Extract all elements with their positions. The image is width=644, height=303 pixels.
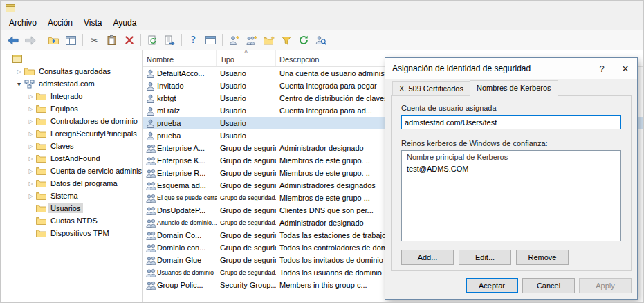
tree-item-label: Integrado [48, 91, 85, 101]
tree-item-claves[interactable]: ▷Claves [1, 140, 142, 152]
tree-item-sistema[interactable]: ▷Sistema [1, 190, 142, 202]
help-button[interactable]: ? [185, 32, 202, 48]
tree-item-controladores-de-dominio[interactable]: ▷Controladores de dominio [1, 115, 142, 127]
console-tree-icon [66, 36, 76, 45]
tree-collapsed-chevron-icon[interactable]: ▷ [26, 118, 36, 125]
new-ou-button[interactable] [260, 32, 277, 48]
group-icon [146, 181, 157, 190]
menu-ayuda[interactable]: Ayuda [108, 17, 142, 30]
dialog-close-icon[interactable]: ✕ [614, 60, 637, 77]
tree-collapsed-chevron-icon[interactable]: ▷ [26, 143, 36, 149]
refresh-button[interactable] [144, 32, 161, 48]
assigned-account-input[interactable] [401, 115, 621, 129]
toolbar: ✂? [1, 30, 643, 50]
aceptar-button[interactable]: Aceptar [466, 278, 518, 293]
tree-collapsed-chevron-icon[interactable]: ▷ [26, 131, 36, 137]
kerberos-realms-listbox[interactable]: Nombre principal de Kerberos test@ADMS.C… [401, 150, 621, 241]
new-group-button[interactable] [243, 32, 260, 48]
cancel-button[interactable]: Cancel [522, 278, 575, 293]
back-button[interactable] [4, 32, 21, 48]
tree-item-foreignsecurityprincipals[interactable]: ▷ForeignSecurityPrincipals [1, 127, 142, 140]
cut-button[interactable]: ✂ [86, 32, 103, 48]
toolbar-separator [181, 34, 182, 46]
tree-item-consultas-guardadas[interactable]: ▷Consultas guardadas [1, 65, 142, 77]
tree-item-admstestad-com[interactable]: ▾admstestad.com [1, 77, 142, 90]
row-type: Usuario [217, 94, 276, 102]
menu-vista[interactable]: Vista [78, 17, 107, 30]
folder-icon [36, 129, 48, 138]
tree-item-equipos[interactable]: ▷Equipos [1, 102, 142, 115]
tree-item-console-root[interactable] [1, 53, 142, 65]
tree-item-datos-del-programa[interactable]: ▷Datos del programa [1, 177, 142, 190]
trusted-realms-label: Reinos kerberos de Windows de confianza: [401, 139, 621, 147]
row-name: Esquema ad... [157, 181, 206, 190]
export-list-button[interactable] [161, 32, 178, 48]
tree-collapsed-chevron-icon[interactable]: ▷ [14, 68, 24, 75]
dialog-help-button[interactable]: ? [590, 60, 614, 77]
group-icon [146, 206, 157, 215]
tab-x509-certificates[interactable]: X. 509 Certificados [392, 81, 470, 96]
delete-button[interactable] [120, 32, 138, 48]
filter-icon [282, 36, 291, 45]
set-filter-button[interactable] [277, 32, 295, 48]
column-header-nombre[interactable]: Nombre [143, 50, 217, 66]
remove-button[interactable]: Remove [516, 250, 569, 265]
tree-item-usuarios[interactable]: Usuarios [1, 202, 142, 214]
find-button[interactable] [312, 32, 329, 48]
tree-item-label: Controladores de dominio [48, 116, 140, 126]
new-group-icon [246, 35, 257, 45]
folder-icon [36, 92, 48, 100]
tree-item-label [24, 58, 30, 59]
new-user-button[interactable] [226, 32, 243, 48]
tree-expanded-chevron-icon[interactable]: ▾ [14, 80, 24, 88]
tree-collapsed-chevron-icon[interactable]: ▷ [26, 106, 36, 112]
row-name: Domain Co... [157, 231, 201, 239]
tree-collapsed-chevron-icon[interactable]: ▷ [26, 193, 36, 199]
tree-collapsed-chevron-icon[interactable]: ▷ [26, 181, 36, 187]
user-icon [146, 119, 157, 128]
row-type: Grupo de seguridad... [217, 169, 276, 177]
group-icon [146, 256, 157, 265]
console-window-button[interactable] [202, 32, 219, 48]
show-console-tree-button[interactable] [62, 32, 80, 48]
toolbar-separator [140, 34, 141, 46]
add-button[interactable]: Add... [401, 250, 454, 265]
row-type: Usuario [217, 119, 276, 127]
apply-button[interactable]: Apply [579, 278, 632, 293]
tree-item-lostandfound[interactable]: ▷LostAndFound [1, 152, 142, 165]
tree-collapsed-chevron-icon[interactable]: ▷ [26, 168, 36, 174]
tree-item-integrado[interactable]: ▷Integrado [1, 90, 142, 102]
tree-item-dispositivos-tpm[interactable]: Dispositivos TPM [1, 227, 142, 239]
tree-item-label: ForeignSecurityPrincipals [48, 129, 140, 138]
tree-collapsed-chevron-icon[interactable]: ▷ [26, 156, 36, 162]
kerberos-names-tab-page: Cuenta de usuario asignada Reinos kerber… [391, 95, 632, 271]
row-name: DefaultAcco... [157, 69, 204, 77]
tree-collapsed-chevron-icon[interactable]: ▷ [26, 93, 36, 100]
tree-item-cuenta-de-servicio-administra[interactable]: ▷Cuenta de servicio administra [1, 165, 142, 177]
tree-item-cuotas-ntds[interactable]: Cuotas NTDS [1, 214, 142, 227]
user-icon [146, 82, 157, 91]
up-one-level-button[interactable] [45, 32, 62, 48]
group-icon [146, 281, 157, 290]
row-type: Grupo de seguridad... [217, 156, 276, 165]
edit-button[interactable]: Edit... [459, 250, 511, 265]
find-icon [315, 35, 326, 45]
row-name: prueba [157, 131, 181, 140]
kerberos-list-column-header: Nombre principal de Kerberos [402, 151, 620, 163]
help-icon: ? [191, 35, 196, 46]
column-label-descripcion: Descripción [279, 55, 319, 64]
column-header-tipo[interactable]: ^ Tipo [217, 50, 276, 66]
tab-kerberos-names[interactable]: Nombres de Kerberos [470, 80, 558, 96]
refresh-view-button[interactable] [295, 32, 312, 48]
forward-button[interactable] [21, 32, 39, 48]
row-type: Usuario [217, 69, 276, 77]
paste-button[interactable] [103, 32, 120, 48]
menu-accion[interactable]: Acción [42, 17, 78, 30]
dialog-title: Asignación de identidad de seguridad [392, 64, 590, 73]
folder-icon [36, 179, 48, 187]
menu-archivo[interactable]: Archivo [3, 17, 42, 30]
tree-item-label: Consultas guardadas [36, 66, 113, 76]
row-type: Usuario [217, 82, 276, 90]
kerberos-realm-item[interactable]: test@ADMS.COM [402, 163, 620, 174]
paste-icon [107, 35, 116, 45]
